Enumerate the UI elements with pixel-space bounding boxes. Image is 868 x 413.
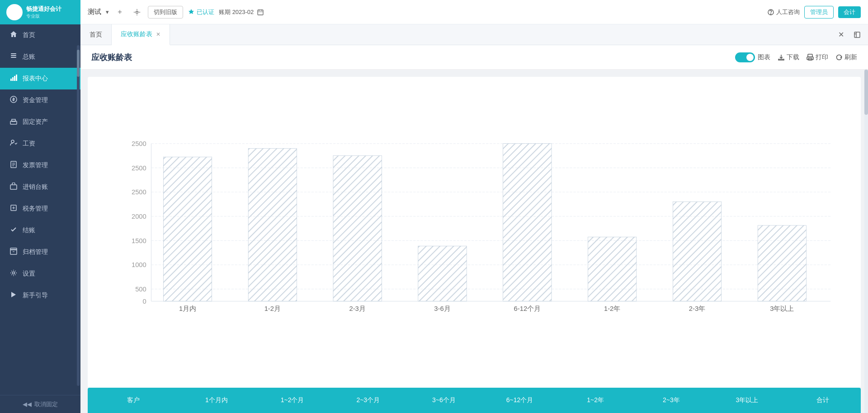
- sidebar-item-settings[interactable]: 设置: [0, 263, 80, 285]
- role-btn[interactable]: 会计: [838, 6, 861, 18]
- sidebar-item-tax[interactable]: 税务管理: [0, 198, 80, 220]
- svg-point-11: [11, 140, 14, 143]
- svg-rect-21: [10, 248, 17, 250]
- svg-text:2000: 2000: [132, 213, 146, 220]
- sidebar-item-ledger[interactable]: 总账: [0, 46, 80, 68]
- chart-toggle[interactable]: [735, 52, 755, 62]
- sidebar-label-tax: 税务管理: [23, 205, 48, 213]
- chart-toggle-group: 图表: [735, 52, 770, 62]
- svg-marker-24: [11, 292, 16, 297]
- svg-rect-4: [10, 79, 12, 81]
- sidebar-item-reports[interactable]: 报表中心: [0, 68, 80, 89]
- chart-svg: 2500 2500 2500 2000 1500 1000 500 0: [115, 86, 843, 383]
- svg-rect-32: [854, 32, 860, 38]
- assets-icon: [9, 117, 18, 127]
- svg-text:1-2年: 1-2年: [604, 305, 620, 312]
- col-1-2month: 1~2个月: [255, 396, 330, 404]
- svg-rect-16: [10, 185, 17, 189]
- tab-ar-aging[interactable]: 应收账龄表 ✕: [112, 24, 170, 45]
- company-name: 测试: [88, 8, 101, 16]
- company-dropdown-icon[interactable]: ▾: [106, 9, 109, 15]
- right-scrollbar[interactable]: [864, 70, 868, 413]
- sidebar-label-inventory: 进销台账: [23, 183, 48, 191]
- sidebar-nav: 首页 总账 报表中心 资金管理 固定资产: [0, 24, 80, 395]
- sidebar-item-settle[interactable]: 结账: [0, 220, 80, 241]
- sidebar: 畅捷通好会计 专业版 首页 总账 报表中心: [0, 0, 80, 413]
- svg-text:2-3月: 2-3月: [349, 305, 366, 312]
- switch-version-btn[interactable]: 切到旧版: [148, 6, 183, 19]
- chart-section: 2500 2500 2500 2000 1500 1000 500 0: [80, 70, 868, 413]
- tab-expand-btn[interactable]: [851, 28, 863, 41]
- col-3-6month: 3~6个月: [406, 396, 482, 404]
- print-btn[interactable]: 打印: [807, 53, 828, 61]
- tab-ar-aging-close[interactable]: ✕: [156, 32, 160, 37]
- add-btn[interactable]: ＋: [113, 6, 126, 19]
- logo-edition: 专业版: [26, 13, 61, 19]
- sidebar-item-invoices[interactable]: 发票管理: [0, 155, 80, 176]
- svg-rect-7: [16, 75, 17, 81]
- col-total: 合计: [785, 396, 861, 404]
- sidebar-label-settle: 结账: [23, 226, 35, 235]
- ledger-icon: [9, 52, 18, 61]
- sidebar-item-funds[interactable]: 资金管理: [0, 89, 80, 111]
- wages-icon: [9, 139, 18, 148]
- logo-text-group: 畅捷通好会计 专业版: [26, 5, 61, 19]
- tab-home[interactable]: 首页: [80, 24, 112, 45]
- sidebar-item-inventory[interactable]: 进销台账: [0, 176, 80, 198]
- tabbar-actions: ✕: [835, 28, 863, 41]
- page-title: 应收账龄表: [91, 52, 132, 63]
- svg-text:1500: 1500: [132, 237, 146, 244]
- chart-area: 2500 2500 2500 2000 1500 1000 500 0: [88, 77, 861, 388]
- svg-rect-3: [11, 57, 16, 58]
- col-1month: 1个月内: [179, 396, 255, 404]
- cancel-fixed-icon: ◀◀: [23, 401, 32, 408]
- sidebar-scrollbar: [77, 45, 80, 386]
- download-btn[interactable]: 下载: [778, 53, 799, 61]
- svg-text:2-3年: 2-3年: [689, 305, 705, 312]
- refresh-btn[interactable]: 刷新: [835, 53, 857, 61]
- settings-btn[interactable]: [131, 6, 143, 19]
- tab-home-label: 首页: [90, 31, 102, 39]
- period-label: 账期 2023-02: [219, 8, 264, 16]
- reports-icon: [9, 74, 18, 83]
- col-6-12month: 6~12个月: [482, 396, 558, 404]
- home-icon: [9, 31, 18, 40]
- sidebar-label-archive: 归档管理: [23, 248, 48, 256]
- tax-icon: [9, 204, 18, 213]
- content-area: 应收账龄表 图表 下载 打印 刷新: [80, 45, 868, 413]
- sidebar-item-home[interactable]: 首页: [0, 24, 80, 46]
- topbar: 测试 ▾ ＋ 切到旧版 已认证 账期 2023-02 人工咨询 管理员 会计: [80, 0, 868, 24]
- sidebar-label-settings: 设置: [23, 270, 35, 278]
- bar-2-3month: [333, 156, 382, 301]
- sidebar-item-guide[interactable]: 新手引导: [0, 285, 80, 306]
- certified-badge: 已认证: [188, 8, 214, 16]
- logo-icon: [6, 4, 23, 20]
- svg-rect-1: [11, 53, 16, 54]
- cancel-fixed-btn[interactable]: ◀◀ 取消固定: [0, 395, 80, 413]
- svg-point-31: [770, 14, 771, 14]
- svg-text:3年以上: 3年以上: [770, 305, 794, 312]
- invoices-icon: [9, 161, 18, 170]
- sidebar-label-invoices: 发票管理: [23, 161, 48, 169]
- sidebar-item-assets[interactable]: 固定资产: [0, 111, 80, 133]
- svg-text:1月内: 1月内: [179, 305, 196, 312]
- tab-close-btn[interactable]: ✕: [835, 28, 847, 41]
- user-btn[interactable]: 管理员: [804, 6, 834, 19]
- svg-text:2500: 2500: [132, 164, 146, 172]
- sidebar-label-home: 首页: [23, 31, 35, 39]
- sidebar-item-archive[interactable]: 归档管理: [0, 241, 80, 263]
- col-2-3month: 2~3个月: [330, 396, 406, 404]
- svg-point-25: [136, 11, 138, 13]
- print-label: 打印: [816, 53, 828, 61]
- svg-rect-10: [12, 119, 15, 122]
- sidebar-item-wages[interactable]: 工资: [0, 133, 80, 155]
- right-scrollbar-thumb[interactable]: [864, 70, 868, 115]
- tabbar: 首页 应收账龄表 ✕ ✕: [80, 24, 868, 45]
- col-3year-plus: 3年以上: [709, 396, 785, 404]
- consult-btn[interactable]: 人工咨询: [767, 8, 800, 16]
- bar-2-3year: [673, 202, 721, 301]
- svg-text:2500: 2500: [132, 140, 146, 147]
- svg-point-23: [13, 272, 15, 274]
- sidebar-label-reports: 报表中心: [23, 75, 48, 83]
- download-label: 下载: [787, 53, 799, 61]
